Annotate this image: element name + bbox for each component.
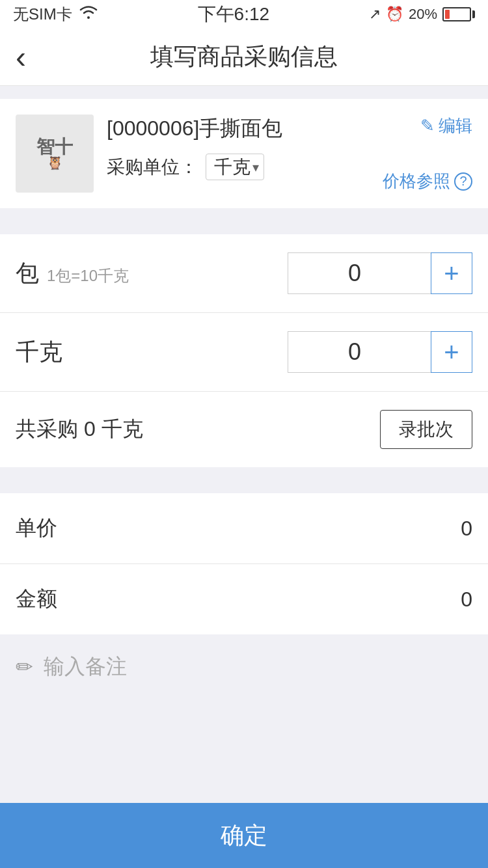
kg-input[interactable] <box>288 331 431 373</box>
unit-select-wrapper[interactable]: 千克 包 <box>206 154 264 180</box>
back-button[interactable]: ‹ <box>16 39 26 75</box>
kg-input-group: + <box>288 331 472 373</box>
nav-bar: ‹ 填写商品采购信息 <box>0 29 488 86</box>
section-divider-1 <box>0 208 488 221</box>
status-bar: 无SIM卡 下午6:12 ↗ ⏰ 20% <box>0 0 488 29</box>
status-right: ↗ ⏰ 20% <box>369 6 475 23</box>
remarks-placeholder: 输入备注 <box>44 653 127 681</box>
logo-owl: 🦉 <box>36 156 73 169</box>
summary-row: 共采购 0 千克 录批次 <box>0 392 488 467</box>
bao-label: 包 <box>16 258 39 290</box>
location-icon: ↗ <box>369 6 381 23</box>
battery-icon <box>442 7 475 21</box>
battery-percent: 20% <box>409 6 437 23</box>
kg-label-group: 千克 <box>16 336 288 368</box>
bao-input[interactable] <box>288 252 431 294</box>
price-ref-label: 价格参照 <box>383 170 450 193</box>
price-section: 单价 0 金额 0 <box>0 493 488 634</box>
page-title: 填写商品采购信息 <box>150 41 338 73</box>
bao-input-group: + <box>288 252 472 294</box>
kg-plus-button[interactable]: + <box>431 331 472 373</box>
edit-label: 编辑 <box>439 115 472 137</box>
product-image: 智十 🦉 <box>16 115 94 193</box>
summary-text: 共采购 0 千克 <box>16 415 143 444</box>
batch-button[interactable]: 录批次 <box>380 410 472 449</box>
bao-plus-button[interactable]: + <box>431 252 472 294</box>
bao-label-group: 包 1包=10千克 <box>16 258 288 290</box>
bao-sub-label: 1包=10千克 <box>47 265 129 286</box>
back-icon: ‹ <box>16 40 26 74</box>
pencil-icon: ✏ <box>16 655 33 679</box>
edit-icon: ✎ <box>420 116 435 136</box>
wifi-icon <box>79 5 98 23</box>
help-icon: ? <box>454 172 472 191</box>
section-divider-2 <box>0 467 488 480</box>
main-content: 智十 🦉 [0000006]手撕面包 采购单位： 千克 包 ✎ 编辑 价格参照 <box>0 99 488 778</box>
status-time: 下午6:12 <box>198 2 270 27</box>
amount-label: 金额 <box>16 585 57 614</box>
unit-price-row: 单价 0 <box>0 493 488 564</box>
bao-row: 包 1包=10千克 + <box>0 234 488 313</box>
kg-label: 千克 <box>16 336 62 368</box>
bao-plus-icon: + <box>444 259 459 288</box>
confirm-label: 确定 <box>221 820 267 852</box>
carrier-text: 无SIM卡 <box>13 4 72 25</box>
unit-select[interactable]: 千克 包 <box>206 154 264 180</box>
kg-plus-icon: + <box>444 338 459 367</box>
product-card: 智十 🦉 [0000006]手撕面包 采购单位： 千克 包 ✎ 编辑 价格参照 <box>0 99 488 208</box>
kg-row: 千克 + <box>0 313 488 392</box>
remarks-section[interactable]: ✏ 输入备注 <box>0 634 488 699</box>
logo-text: 智十 <box>36 138 73 156</box>
confirm-button[interactable]: 确定 <box>0 803 488 868</box>
product-name: [0000006]手撕面包 <box>107 115 472 143</box>
unit-price-label: 单价 <box>16 514 57 543</box>
quantity-section: 包 1包=10千克 + 千克 + 共采购 0 <box>0 234 488 467</box>
amount-value: 0 <box>461 588 472 612</box>
alarm-icon: ⏰ <box>386 6 403 23</box>
price-ref-button[interactable]: 价格参照 ? <box>383 170 472 193</box>
status-left: 无SIM卡 <box>13 4 98 25</box>
amount-row: 金额 0 <box>0 564 488 634</box>
edit-button[interactable]: ✎ 编辑 <box>420 115 472 137</box>
unit-label: 采购单位： <box>107 155 198 180</box>
unit-price-value: 0 <box>461 517 472 541</box>
